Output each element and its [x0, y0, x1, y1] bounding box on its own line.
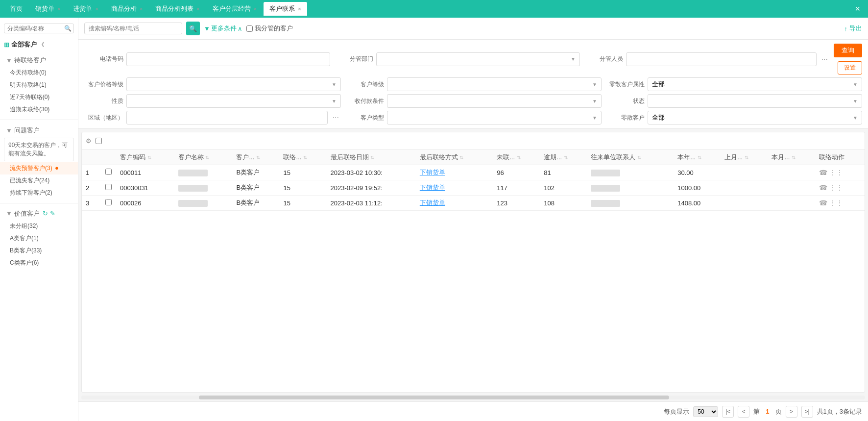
- col-last-month[interactable]: 上月... ⇅: [721, 150, 768, 165]
- cell-last-method[interactable]: 下销货单: [416, 165, 493, 180]
- cell-this-year: 1000.00: [674, 180, 721, 196]
- filter-search-input[interactable]: [84, 23, 182, 34]
- nav-home[interactable]: 首页: [4, 2, 28, 16]
- col-overdue[interactable]: 逾期... ⇅: [540, 150, 587, 165]
- adv-field-payment: 收付款条件 ▼: [345, 94, 602, 108]
- adv-field-price-level: 客户价格等级 ▼: [84, 77, 341, 91]
- nav-tab-customer-layer[interactable]: 客户分层经营 ×: [207, 2, 263, 16]
- payment-select[interactable]: ▼: [387, 94, 602, 108]
- adv-field-zero-attr: 零散客户属性 全部 ▼: [605, 77, 862, 91]
- cell-checkbox[interactable]: [101, 196, 116, 211]
- contact-action-icon[interactable]: ☎: [819, 169, 827, 176]
- sidebar-all-customers[interactable]: ⊞ 全部客户 《: [0, 37, 78, 52]
- sidebar-item-declining[interactable]: 持续下滑客户(2): [0, 187, 78, 199]
- nav-tab-purchase[interactable]: 进货单 ×: [67, 2, 104, 16]
- col-this-month[interactable]: 本月... ⇅: [768, 150, 815, 165]
- sidebar-group-problem-title[interactable]: ▼ 问题客户: [0, 124, 78, 137]
- sort-icon-7: ⇅: [517, 155, 521, 160]
- refresh-icon[interactable]: ↻: [43, 210, 48, 217]
- my-customers-checkbox[interactable]: [246, 25, 253, 32]
- sidebar-item-ungroup[interactable]: 未分组(32): [0, 220, 78, 232]
- sidebar-item-tomorrow[interactable]: 明天待联络(1): [0, 79, 78, 91]
- col-last-contact-method[interactable]: 最后联络方式 ⇅: [416, 150, 493, 165]
- contact-action-icon[interactable]: ☎: [819, 199, 827, 207]
- sidebar-group-pending-title[interactable]: ▼ 待联络客户: [0, 54, 78, 67]
- cell-checkbox[interactable]: [101, 165, 116, 180]
- region-select[interactable]: [126, 111, 328, 124]
- row-checkbox[interactable]: [105, 199, 112, 205]
- sidebar-item-today[interactable]: 今天待联络(0): [0, 67, 78, 79]
- more-action-icon[interactable]: ⋮⋮: [829, 169, 843, 176]
- cell-last-method[interactable]: 下销货单: [416, 196, 493, 211]
- sidebar-item-churn-warning[interactable]: 流失预警客户(3) ●: [0, 162, 78, 174]
- col-contact[interactable]: 联络... ⇅: [279, 150, 326, 165]
- sidebar-item-class-b[interactable]: B类客户(33): [0, 245, 78, 257]
- close-tab-sales[interactable]: ×: [57, 6, 60, 12]
- contact-method-link[interactable]: 下销货单: [420, 199, 445, 206]
- gender-select[interactable]: ▼: [126, 94, 341, 108]
- sidebar-search-input[interactable]: [4, 24, 74, 33]
- warning-icon: ●: [55, 164, 59, 172]
- next-page-btn[interactable]: >: [786, 406, 797, 418]
- horizontal-scrollbar[interactable]: [81, 396, 865, 399]
- col-customer-name[interactable]: 客户名称 ⇅: [174, 150, 233, 165]
- cell-checkbox[interactable]: [101, 180, 116, 196]
- window-close-btn[interactable]: ×: [851, 4, 864, 14]
- close-tab-analysis[interactable]: ×: [140, 6, 143, 12]
- close-tab-customer-layer[interactable]: ×: [254, 6, 257, 12]
- customer-level-select[interactable]: ▼: [387, 77, 602, 91]
- col-customer-type[interactable]: 客户... ⇅: [232, 150, 279, 165]
- nav-tab-analysis[interactable]: 商品分析 ×: [105, 2, 148, 16]
- sidebar-item-overdue[interactable]: 逾期未联络(30): [0, 103, 78, 116]
- col-customer-code[interactable]: 客户编码 ⇅: [116, 150, 174, 165]
- prev-page-btn[interactable]: <: [738, 406, 749, 418]
- export-button[interactable]: ↑ 导出: [844, 24, 863, 33]
- contact-action-icon[interactable]: ☎: [819, 184, 827, 192]
- col-last-contact-date[interactable]: 最后联络日期 ⇅: [327, 150, 416, 165]
- first-page-btn[interactable]: |<: [722, 406, 734, 418]
- col-unlink-days[interactable]: 未联... ⇅: [493, 150, 540, 165]
- sidebar-item-7days[interactable]: 近7天待联络(0): [0, 91, 78, 103]
- nav-tab-customer-contact[interactable]: 客户联系 ×: [264, 2, 307, 16]
- contact-method-link[interactable]: 下销货单: [420, 169, 445, 176]
- person-more-btn[interactable]: ···: [820, 55, 830, 64]
- filter-search-button[interactable]: 🔍: [186, 22, 200, 35]
- dept-select[interactable]: ▼: [376, 52, 580, 66]
- edit-icon[interactable]: ✎: [50, 210, 55, 217]
- table-scroll-area[interactable]: 客户编码 ⇅ 客户名称 ⇅ 客户... ⇅: [82, 150, 865, 392]
- table-gear-icon[interactable]: ⚙: [86, 137, 92, 145]
- sidebar-item-class-a[interactable]: A类客户(1): [0, 232, 78, 245]
- page-size-select[interactable]: 50 100: [693, 406, 718, 417]
- sidebar-group-value-title[interactable]: ▼ 价值客户 ↻ ✎: [0, 207, 78, 220]
- sidebar-item-churned[interactable]: 已流失客户(24): [0, 174, 78, 187]
- price-level-select[interactable]: ▼: [126, 77, 341, 91]
- last-page-btn[interactable]: >|: [801, 406, 813, 418]
- more-action-icon[interactable]: ⋮⋮: [829, 199, 843, 207]
- phone-input[interactable]: [126, 52, 330, 66]
- region-more-btn[interactable]: ···: [331, 113, 341, 122]
- close-tab-analysis-list[interactable]: ×: [196, 6, 199, 12]
- scrollbar-thumb[interactable]: [199, 396, 669, 399]
- close-tab-purchase[interactable]: ×: [95, 6, 98, 12]
- sidebar-item-class-c[interactable]: C类客户(6): [0, 257, 78, 269]
- cell-last-method[interactable]: 下销货单: [416, 180, 493, 196]
- customer-type-select[interactable]: ▼: [387, 111, 602, 124]
- contact-method-link[interactable]: 下销货单: [420, 184, 445, 191]
- settings-button[interactable]: 设置: [838, 61, 862, 74]
- filter-more-conditions[interactable]: ▼ 更多条件 ∧: [204, 24, 242, 33]
- status-select[interactable]: ▼: [648, 94, 862, 108]
- zero-attr-select[interactable]: 全部 ▼: [648, 77, 862, 91]
- my-customers-checkbox-area[interactable]: 我分管的客户: [246, 24, 293, 33]
- close-tab-customer-contact[interactable]: ×: [298, 6, 301, 12]
- person-select[interactable]: [626, 52, 817, 66]
- select-all-checkbox[interactable]: [96, 138, 102, 144]
- row-checkbox[interactable]: [105, 169, 112, 175]
- col-contact-person[interactable]: 往来单位联系人 ⇅: [587, 150, 674, 165]
- zero-customer-select[interactable]: 全部 ▼: [648, 111, 862, 124]
- nav-tab-sales[interactable]: 销货单 ×: [29, 2, 66, 16]
- col-this-year[interactable]: 本年... ⇅: [674, 150, 721, 165]
- nav-tab-analysis-list[interactable]: 商品分析列表 ×: [149, 2, 205, 16]
- query-button[interactable]: 查询: [834, 44, 862, 57]
- more-action-icon[interactable]: ⋮⋮: [829, 184, 843, 192]
- row-checkbox[interactable]: [105, 184, 112, 190]
